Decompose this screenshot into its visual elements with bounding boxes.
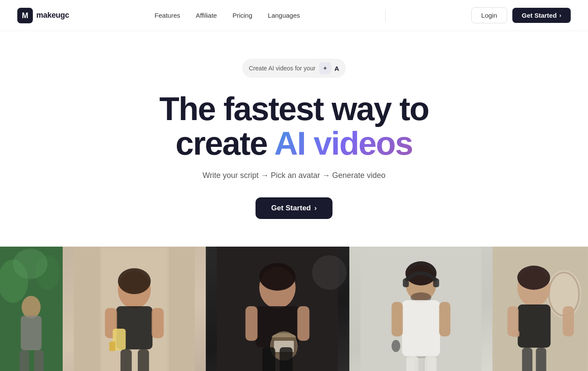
logo-icon: M [17,8,33,23]
svg-rect-7 [34,350,44,371]
svg-rect-41 [403,279,409,287]
navbar-divider [385,10,386,22]
svg-point-12 [118,268,151,294]
hero-title-line2-plain: create [176,125,274,162]
chevron-right-icon: › [559,12,561,19]
hero-section: Create AI videos for your ✦ A The fastes… [0,31,588,241]
video-card-3 [206,247,349,371]
svg-rect-25 [246,306,258,341]
get-started-button-hero[interactable]: Get Started › [256,197,332,219]
navbar: M makeugc Features Affiliate Pricing Lan… [0,0,588,31]
svg-rect-47 [424,356,436,371]
video-card-2 [63,247,206,371]
person-silhouette-1 [0,247,63,371]
svg-point-3 [13,249,48,279]
video-strip [0,247,588,371]
person-silhouette-2 [63,247,206,371]
svg-point-4 [22,296,41,318]
nav-affiliate[interactable]: Affiliate [196,12,217,19]
svg-rect-40 [402,300,440,356]
video-card-2-content [63,247,206,371]
hero-title-gradient: AI videos [274,125,412,162]
video-card-1 [0,247,63,371]
svg-rect-55 [563,306,574,336]
svg-point-23 [259,263,296,291]
svg-rect-43 [391,302,403,336]
svg-rect-57 [522,348,533,371]
navbar-brand: M makeugc [17,8,69,23]
badge-icon-symbol: ✦ [323,65,328,72]
svg-rect-56 [512,331,520,337]
svg-rect-53 [518,304,551,348]
person-silhouette-5 [492,247,588,371]
svg-rect-44 [439,302,450,336]
sparkle-icon: ✦ [319,62,331,74]
video-card-4 [349,247,492,371]
svg-point-52 [518,266,550,290]
hero-subtitle: Write your script → Pick an avatar → Gen… [203,171,386,180]
logo-letter: M [22,12,29,19]
svg-rect-31 [262,347,275,371]
login-button[interactable]: Login [471,7,507,23]
svg-rect-6 [19,350,29,371]
svg-rect-42 [433,279,439,287]
get-started-nav-label: Get Started [522,12,557,19]
nav-links: Features Affiliate Pricing Languages [155,12,300,19]
hero-badge: Create AI videos for your ✦ A [242,59,346,78]
video-card-5 [492,247,588,371]
brand-name: makeugc [36,11,69,20]
hero-title-line1: The fastest way to [160,90,429,127]
badge-letter: A [335,65,339,72]
person-silhouette-3 [206,247,349,371]
navbar-actions: Login Get Started › [471,7,571,23]
get-started-button-nav[interactable]: Get Started › [512,8,571,23]
video-card-5-content [492,247,588,371]
video-card-3-content [206,247,349,371]
hero-cta-label: Get Started [271,204,311,212]
svg-point-21 [312,255,347,290]
svg-rect-19 [138,349,149,371]
svg-rect-15 [152,308,164,338]
svg-rect-26 [297,306,310,341]
video-card-4-content [349,247,492,371]
video-card-1-content [0,247,63,371]
svg-rect-32 [280,347,293,371]
svg-rect-46 [406,356,418,371]
svg-rect-18 [121,349,132,371]
svg-rect-5 [21,316,42,350]
nav-languages[interactable]: Languages [268,12,300,19]
svg-point-45 [391,340,400,352]
svg-rect-17 [109,342,115,351]
badge-text: Create AI videos for your [249,65,316,72]
person-silhouette-4 [349,247,492,371]
nav-pricing[interactable]: Pricing [233,12,252,19]
nav-features[interactable]: Features [155,12,180,19]
hero-cta-arrow: › [314,204,317,212]
hero-title: The fastest way to create AI videos [160,92,429,161]
svg-rect-58 [536,348,546,371]
